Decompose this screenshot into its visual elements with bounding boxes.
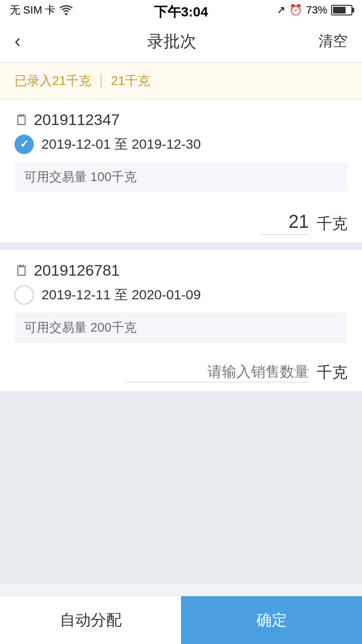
auto-distribute-button[interactable]: 自动分配 (0, 596, 181, 644)
batch2-date-row[interactable]: 2019-12-11 至 2020-01-09 (14, 285, 348, 305)
batch1-quantity-row: 21 千克 (0, 202, 362, 242)
status-right: ↗ ⏰ 73% (277, 4, 352, 16)
back-button[interactable]: ‹ (10, 26, 26, 56)
status-bar: 无 SIM 卡 下午3:04 ↗ ⏰ 73% (0, 0, 362, 20)
batch1-header: 🗒 2019112347 (14, 111, 348, 129)
bottom-bar: 自动分配 确定 (0, 596, 362, 644)
batch1-radio[interactable] (14, 135, 34, 154)
batch1-quantity-value: 21 (289, 211, 309, 232)
batch2-available: 可用交易量 200千克 (14, 312, 348, 343)
batch2-id: 2019126781 (34, 262, 120, 280)
batch1-quantity-underline: 21 (261, 211, 309, 235)
svg-point-0 (65, 13, 68, 15)
batch2-input-row: 千克 (0, 352, 362, 391)
batch2-doc-icon: 🗒 (14, 263, 29, 279)
batch2-radio[interactable] (14, 285, 34, 305)
batch1-doc-icon: 🗒 (14, 112, 29, 128)
status-time: 下午3:04 (154, 3, 208, 21)
batch1-id: 2019112347 (34, 111, 120, 129)
empty-area (0, 391, 362, 584)
nav-bar: ‹ 录批次 清空 (0, 20, 362, 63)
batch1-date: 2019-12-01 至 2019-12-30 (42, 135, 201, 154)
batch1-date-row[interactable]: 2019-12-01 至 2019-12-30 (14, 135, 348, 154)
batch2-header: 🗒 2019126781 (14, 262, 348, 280)
batch2-date: 2019-12-11 至 2020-01-09 (42, 286, 201, 304)
batch1-unit: 千克 (317, 213, 348, 235)
batch1-available: 可用交易量 100千克 (14, 162, 348, 192)
banner-divider (101, 74, 101, 88)
batch2-unit: 千克 (317, 362, 348, 383)
clear-button[interactable]: 清空 (319, 31, 348, 51)
section-divider (0, 242, 362, 250)
batch2-quantity-input[interactable] (125, 364, 309, 382)
page-title: 录批次 (147, 30, 196, 53)
info-banner: 已录入21千克 21千克 (0, 63, 362, 99)
recorded-label: 已录入21千克 (14, 72, 91, 89)
confirm-button[interactable]: 确定 (181, 596, 362, 644)
battery-percent: 73% (306, 4, 327, 16)
status-left: 无 SIM 卡 (10, 3, 73, 17)
recorded-value: 21千克 (111, 72, 150, 89)
alarm-icon: ⏰ (289, 4, 302, 16)
battery-icon (331, 5, 352, 15)
batch-item-2: 🗒 2019126781 2019-12-11 至 2020-01-09 可用交… (0, 250, 362, 352)
wifi-icon (59, 5, 73, 15)
location-icon: ↗ (277, 4, 285, 16)
carrier-text: 无 SIM 卡 (10, 3, 56, 17)
batch-item-1: 🗒 2019112347 2019-12-01 至 2019-12-30 可用交… (0, 99, 362, 202)
